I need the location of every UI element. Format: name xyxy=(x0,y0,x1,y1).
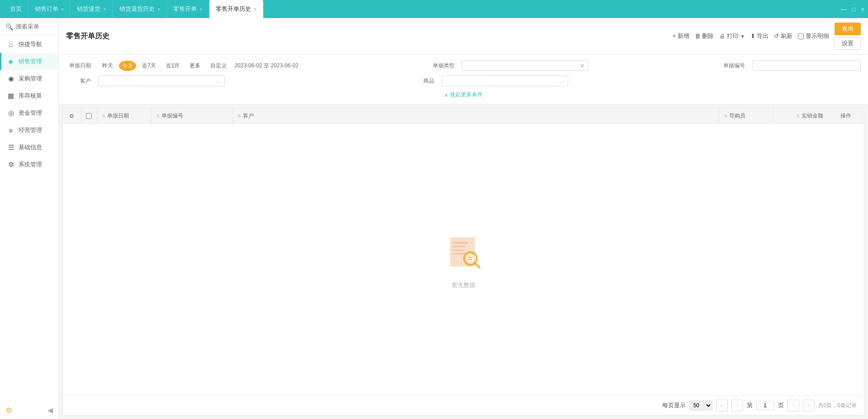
sort-icon[interactable]: ⇅ xyxy=(156,113,160,118)
window-controls: — □ × xyxy=(841,6,864,13)
customer-dots: ... xyxy=(216,78,221,84)
tab-close-icon[interactable]: × xyxy=(157,6,160,12)
date-range-display: 2023-06-02 至 2023-06-02 xyxy=(234,62,298,70)
new-button[interactable]: + 新增 xyxy=(672,32,689,40)
svg-rect-4 xyxy=(452,253,465,254)
sidebar-item-sales[interactable]: ◈ 销售管理 xyxy=(0,53,58,70)
tab-return[interactable]: 销货退货 × xyxy=(71,0,113,18)
tab-home[interactable]: 首页 xyxy=(4,0,28,18)
svg-rect-2 xyxy=(452,246,466,247)
sidebar-item-system[interactable]: ⚙ 系统管理 xyxy=(0,156,58,173)
tab-close-icon[interactable]: × xyxy=(61,6,64,12)
goods-filter-label: 商品 xyxy=(409,77,434,85)
main-layout: 🔍 搜索采单 ⌂ 快捷导航 ◈ 销售管理 ◉ 采购管理 ▦ 库存核算 ◎ 资金管… xyxy=(0,18,868,419)
col-amount: ⇅ 实销金额 xyxy=(773,108,828,123)
tab-retail-order[interactable]: 零售开单 × xyxy=(167,0,209,18)
date-btn-yesterday[interactable]: 昨天 xyxy=(98,61,117,71)
sidebar-item-basic[interactable]: ☰ 基础信息 xyxy=(0,139,58,156)
date-btn-7days[interactable]: 近7天 xyxy=(138,61,160,71)
sidebar-item-inventory[interactable]: ▦ 库存核算 xyxy=(0,87,58,104)
print-button[interactable]: 🖨 打印 ▼ xyxy=(719,32,745,40)
col-customer: ⇅ 客户 xyxy=(233,108,719,123)
empty-state: 暂无数据 xyxy=(441,231,486,289)
no-input[interactable] xyxy=(752,60,861,71)
date-btn-more[interactable]: 更多 xyxy=(185,61,204,71)
sort-icon[interactable]: ⇅ xyxy=(796,113,800,118)
query-button[interactable]: 查询 xyxy=(835,23,861,35)
date-btn-today[interactable]: 今天 xyxy=(119,61,136,71)
goods-dots: ... xyxy=(559,78,564,84)
svg-rect-3 xyxy=(452,250,464,251)
type-select[interactable]: ∨ xyxy=(462,60,588,71)
next-page-button[interactable]: › xyxy=(787,400,799,411)
sidebar-item-quick-nav[interactable]: ⌂ 快捷导航 xyxy=(0,36,58,53)
filter-row-1: 单据日期 昨天 今天 近7天 近1月 更多 自定义 2023-06-02 至 2… xyxy=(66,60,861,71)
display-detail-toggle[interactable]: 显示明细 xyxy=(798,32,829,40)
first-page-button[interactable]: « xyxy=(716,400,728,411)
search-icon: 🔍 xyxy=(5,23,13,30)
basic-icon: ☰ xyxy=(7,143,15,151)
empty-text: 暂无数据 xyxy=(452,281,475,289)
tab-close-icon[interactable]: × xyxy=(254,6,256,12)
close-button[interactable]: × xyxy=(861,6,864,13)
refresh-button[interactable]: ↺ 刷新 xyxy=(774,32,792,40)
date-filter-label: 单据日期 xyxy=(66,62,91,70)
date-btn-1month[interactable]: 近1月 xyxy=(162,61,184,71)
collapse-bar[interactable]: ∧ 收起更多条件 xyxy=(66,91,861,99)
svg-rect-1 xyxy=(452,242,468,244)
delete-button[interactable]: 🗑 删除 xyxy=(695,32,714,40)
tab-close-icon[interactable]: × xyxy=(199,6,202,12)
page-total: 共0页，0条记录 xyxy=(818,402,857,410)
settings-gear-icon[interactable]: ⚙ xyxy=(5,406,12,414)
export-button[interactable]: ⬆ 导出 xyxy=(750,32,769,40)
col-checkbox[interactable] xyxy=(81,109,97,122)
empty-illustration xyxy=(441,231,486,276)
customer-select[interactable]: ... xyxy=(98,75,225,86)
sidebar-item-purchase[interactable]: ◉ 采购管理 xyxy=(0,70,58,87)
sidebar: 🔍 搜索采单 ⌂ 快捷导航 ◈ 销售管理 ◉ 采购管理 ▦ 库存核算 ◎ 资金管… xyxy=(0,18,59,419)
maximize-button[interactable]: □ xyxy=(852,6,856,13)
home-icon: ⌂ xyxy=(7,41,15,48)
system-icon: ⚙ xyxy=(7,160,15,169)
filter-row-2: 客户 ... 商品 ... xyxy=(66,75,861,86)
setting-button[interactable]: 设置 xyxy=(835,37,861,50)
col-date: ⇅ 单据日期 xyxy=(97,108,152,123)
page-header: 零售开单历史 + 新增 🗑 删除 🖨 打印 ▼ ⬆ 导出 ↺ 刷新 xyxy=(59,18,868,55)
sales-icon: ◈ xyxy=(7,57,15,66)
last-page-button[interactable]: » xyxy=(803,400,815,411)
sort-icon[interactable]: ⇅ xyxy=(724,113,727,118)
settings-col-icon: ⚙ xyxy=(69,113,74,119)
prev-page-button[interactable]: ‹ xyxy=(731,400,743,411)
operation-icon: ≡ xyxy=(7,127,15,134)
collapse-icon: ∧ xyxy=(444,92,448,98)
sort-icon[interactable]: ⇅ xyxy=(102,113,105,118)
tab-close-icon[interactable]: × xyxy=(103,6,106,12)
sidebar-item-operation[interactable]: ≡ 经营管理 xyxy=(0,122,58,139)
next-page-icon: › xyxy=(792,402,794,409)
tab-retail-history[interactable]: 零售开单历史 × xyxy=(209,0,263,18)
tab-sales-order[interactable]: 销售订单 × xyxy=(28,0,71,18)
goods-select[interactable]: ... xyxy=(441,75,568,86)
per-page-select[interactable]: 50 10 20 100 xyxy=(689,400,712,410)
col-no: ⇅ 单据编号 xyxy=(152,108,233,123)
table-area: ⚙ ⇅ 单据日期 ⇅ 单据编号 ⇅ 客户 ⇅ xyxy=(62,108,864,415)
content-area: 零售开单历史 + 新增 🗑 删除 🖨 打印 ▼ ⬆ 导出 ↺ 刷新 xyxy=(59,18,868,419)
tab-bar: 首页 销售订单 × 销货退货 × 销货退货历史 × 零售开单 × 零售开单历史 … xyxy=(4,0,841,18)
print-dropdown-icon[interactable]: ▼ xyxy=(740,34,745,39)
collapse-sidebar-icon[interactable]: ◀ xyxy=(47,406,53,414)
display-detail-checkbox[interactable] xyxy=(798,33,804,39)
filter-area: 单据日期 昨天 今天 近7天 近1月 更多 自定义 2023-06-02 至 2… xyxy=(59,55,868,104)
select-all-checkbox[interactable] xyxy=(86,113,92,119)
inventory-icon: ▦ xyxy=(7,92,15,100)
page-title: 零售开单历史 xyxy=(66,32,109,41)
first-page-icon: « xyxy=(720,402,723,409)
date-btn-custom[interactable]: 自定义 xyxy=(206,61,231,71)
minimize-button[interactable]: — xyxy=(841,6,847,13)
sort-icon[interactable]: ⇅ xyxy=(237,113,241,118)
tab-return-history[interactable]: 销货退货历史 × xyxy=(113,0,167,18)
page-input[interactable] xyxy=(756,401,774,410)
col-settings[interactable]: ⚙ xyxy=(63,109,81,123)
sidebar-item-finance[interactable]: ◎ 资金管理 xyxy=(0,104,58,122)
date-buttons: 昨天 今天 近7天 近1月 更多 自定义 2023-06-02 至 2023-0… xyxy=(98,61,299,71)
sidebar-search[interactable]: 🔍 搜索采单 xyxy=(0,18,58,36)
